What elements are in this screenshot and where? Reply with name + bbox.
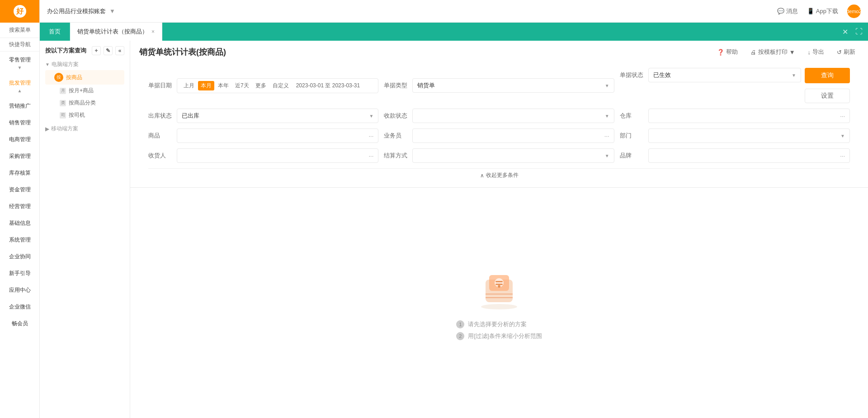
sidebar-item-onboarding[interactable]: 新手引导 — [0, 265, 39, 282]
scheme-by-product[interactable]: 按 按商品 — [45, 70, 124, 85]
industry-label: 办公用品行业模拟账套 — [47, 7, 106, 15]
payment-method-arrow-icon: ▼ — [605, 153, 609, 158]
receiver-dots-icon: ··· — [368, 152, 373, 159]
settings-button[interactable]: 设置 — [805, 89, 850, 103]
filter-row-1: 单据日期 上月 本月 本年 近7天 更多 自定义 20 — [148, 68, 850, 103]
warehouse-dots-icon: ··· — [840, 113, 845, 119]
sidebar-item-appstore[interactable]: 应用中心 — [0, 282, 39, 299]
sidebar-item-vip[interactable]: 畅会员 — [0, 315, 39, 332]
desktop-group-title[interactable]: ▼ 电脑端方案 — [45, 59, 124, 70]
date-value: 2023-03-01 至 2023-03-31 — [296, 82, 360, 90]
filter-doc-status-with-btn: 单据状态 已生效 ▼ 查询 设置 — [620, 68, 850, 103]
warehouse-status-arrow-icon: ▼ — [369, 114, 373, 119]
window-maximize-icon[interactable]: ⛶ — [854, 26, 864, 38]
salesman-label: 业务员 — [384, 132, 409, 140]
help-icon: ❓ — [717, 49, 724, 56]
date-tab-custom[interactable]: 自定义 — [270, 81, 292, 90]
main-area: 办公用品行业模拟账套 ▼ 💬 消息 📱 App下载 demo2 首页 销货单统计… — [40, 0, 868, 418]
tabbar: 首页 销货单统计计表（按商品） × ✕ ⛶ — [40, 23, 868, 41]
date-tab-last-month[interactable]: 上月 — [181, 81, 197, 90]
product-control[interactable]: ··· — [177, 128, 378, 143]
app-download-btn[interactable]: 📱 App下载 — [807, 7, 838, 15]
filter-warehouse: 仓库 ··· — [620, 109, 850, 123]
warehouse-status-value: 已出库 — [182, 112, 199, 120]
sidebar-item-wholesale[interactable]: 批发管理 ▲ — [0, 75, 39, 98]
tab-home[interactable]: 首页 — [40, 23, 70, 41]
sidebar-item-enterprise[interactable]: 企业协同 — [0, 248, 39, 265]
add-scheme-btn[interactable]: + — [92, 46, 101, 55]
sidebar-item-retail[interactable]: 零售管理 ▼ — [0, 52, 39, 75]
print-dropdown-icon: ▼ — [789, 49, 795, 56]
brand-control[interactable]: ··· — [648, 148, 850, 163]
sidebar-item-system[interactable]: 系统管理 — [0, 232, 39, 248]
doc-status-arrow-icon: ▼ — [792, 73, 796, 78]
sidebar-quick-nav[interactable]: 快捷导航 — [0, 38, 39, 52]
sidebar-item-base[interactable]: 基础信息 — [0, 215, 39, 232]
filter-product: 商品 ··· — [148, 128, 378, 143]
message-btn[interactable]: 💬 消息 — [777, 7, 798, 15]
sidebar-item-inventory[interactable]: 库存核算 — [0, 165, 39, 181]
date-tab-more[interactable]: 更多 — [253, 81, 269, 90]
scheme-by-printer[interactable]: 司 按司机 — [45, 109, 124, 121]
sidebar-item-purchase[interactable]: 采购管理 — [0, 148, 39, 165]
filter-row-3: 商品 ··· 业务员 ··· — [148, 128, 850, 143]
export-btn[interactable]: ↓ 导出 — [804, 46, 828, 58]
payment-method-control[interactable]: ▼ — [412, 148, 614, 163]
date-tab-7days[interactable]: 近7天 — [232, 81, 252, 90]
scheme-by-category[interactable]: 类 按商品分类 — [45, 97, 124, 109]
payment-status-arrow-icon: ▼ — [605, 114, 609, 119]
query-button[interactable]: 查询 — [805, 68, 850, 83]
salesman-control[interactable]: ··· — [412, 128, 614, 143]
payment-status-control[interactable]: ▼ — [412, 109, 614, 123]
receiver-control[interactable]: ··· — [177, 148, 378, 163]
refresh-btn[interactable]: ↺ 刷新 — [833, 46, 859, 58]
message-icon: 💬 — [777, 8, 784, 14]
collapse-filter-btn[interactable]: ∧ 收起更多条件 — [148, 168, 850, 182]
help-btn[interactable]: ❓ 帮助 — [713, 46, 741, 58]
warehouse-status-control[interactable]: 已出库 ▼ — [177, 109, 378, 123]
doc-type-arrow-icon: ▼ — [605, 83, 609, 88]
user-avatar[interactable]: demo2 — [847, 5, 861, 18]
brand-dots-icon: ··· — [840, 152, 845, 159]
filter-payment-status: 收款状态 ▼ — [384, 109, 614, 123]
print-btn[interactable]: 🖨 按模板打印 ▼ — [747, 46, 799, 58]
sidebar-item-wechat[interactable]: 企业微信 — [0, 299, 39, 315]
download-icon: 📱 — [807, 8, 814, 14]
export-icon: ↓ — [808, 49, 811, 56]
sidebar-search[interactable]: 搜索菜单 — [0, 23, 39, 38]
warehouse-control[interactable]: ··· — [648, 109, 850, 123]
sidebar-item-operations[interactable]: 经营管理 — [0, 198, 39, 215]
date-range-control[interactable]: 上月 本月 本年 近7天 更多 自定义 2023-03-01 至 2023-03… — [177, 78, 378, 93]
group-triangle-icon: ▼ — [45, 62, 50, 67]
sub-icon-printer: 司 — [60, 112, 66, 119]
receiver-label: 收货人 — [148, 152, 173, 160]
mobile-group-title[interactable]: ▶ 移动端方案 — [40, 121, 130, 134]
sidebar-item-ecommerce[interactable]: 电商管理 — [0, 131, 39, 148]
svg-point-6 — [498, 285, 500, 288]
collapse-up-icon: ∧ — [480, 172, 484, 179]
date-tab-this-month[interactable]: 本月 — [198, 81, 214, 90]
filter-date: 单据日期 上月 本月 本年 近7天 更多 自定义 20 — [148, 78, 378, 93]
warehouse-label: 仓库 — [620, 112, 645, 120]
industry-dropdown-icon[interactable]: ▼ — [109, 8, 115, 14]
window-close-icon[interactable]: ✕ — [840, 26, 850, 38]
filter-doc-status: 单据状态 已生效 ▼ — [620, 68, 801, 82]
date-tab-this-year[interactable]: 本年 — [215, 81, 231, 90]
edit-scheme-btn[interactable]: ✎ — [104, 46, 113, 55]
left-panel: 按以下方案查询 + ✎ « ▼ 电脑端方案 — [40, 41, 130, 418]
department-control[interactable]: ▼ — [648, 128, 850, 143]
department-label: 部门 — [620, 132, 645, 140]
doc-type-label: 单据类型 — [384, 81, 409, 90]
collapse-icon: « — [118, 48, 122, 54]
sidebar-item-finance[interactable]: 资金管理 — [0, 181, 39, 198]
scheme-by-month-product[interactable]: 月 按月+商品 — [45, 85, 124, 97]
sidebar-item-sales[interactable]: 销售管理 — [0, 114, 39, 131]
doc-type-control[interactable]: 销货单 ▼ — [412, 78, 614, 93]
collapse-panel-btn[interactable]: « — [115, 46, 124, 55]
doc-status-control[interactable]: 已生效 ▼ — [648, 68, 801, 82]
tab-close-icon[interactable]: × — [151, 28, 155, 35]
filter-warehouse-status: 出库状态 已出库 ▼ — [148, 109, 378, 123]
sidebar-item-marketing[interactable]: 营销推广 — [0, 98, 39, 114]
tab-active[interactable]: 销货单统计计表（按商品） × — [70, 23, 162, 41]
svg-rect-5 — [495, 284, 503, 285]
